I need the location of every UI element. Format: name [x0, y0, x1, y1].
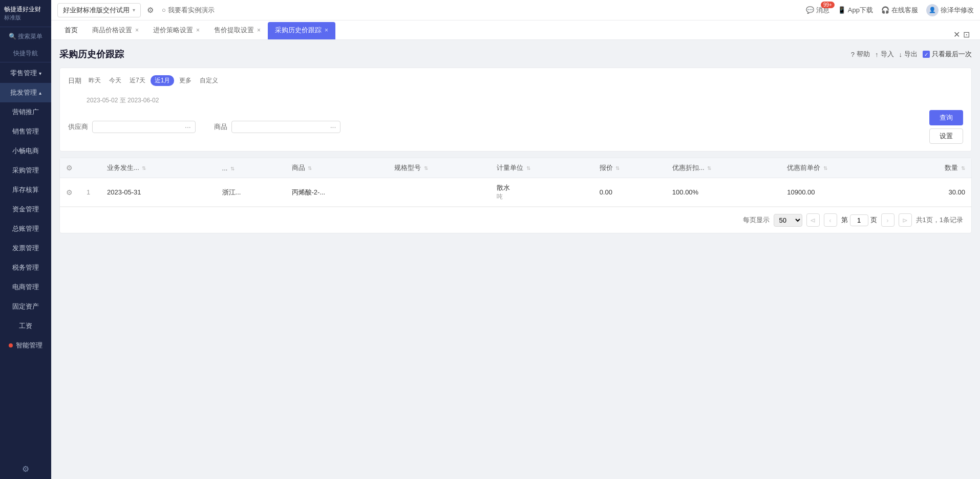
- col-unit: 计量单位 ⇅: [491, 158, 593, 178]
- online-service-button[interactable]: 🎧 在线客服: [881, 6, 918, 15]
- last-only-checkbox-label[interactable]: ✓ 只看最后一次: [923, 50, 972, 59]
- date-btn-today[interactable]: 今天: [106, 75, 124, 86]
- message-button[interactable]: 💬 消息 99+: [806, 6, 829, 15]
- supplier-input-wrap[interactable]: ···: [92, 121, 196, 133]
- cell-price: 0.00: [593, 178, 666, 207]
- sidebar-item-tax[interactable]: 税务管理: [0, 258, 51, 277]
- date-btn-more[interactable]: 更多: [176, 75, 195, 86]
- sort-icon[interactable]: ⇅: [424, 165, 428, 171]
- total-info: 共1页，1条记录: [916, 215, 963, 225]
- checkbox-checked-icon: ✓: [923, 51, 930, 58]
- tab-window-controls: ✕ ⊡: [949, 30, 974, 39]
- sort-icon[interactable]: ⇅: [823, 165, 827, 171]
- page-title: 采购历史价跟踪: [59, 48, 124, 60]
- sidebar-item-purchase[interactable]: 采购管理: [0, 161, 51, 180]
- sidebar-quicknav[interactable]: 快捷导航: [0, 46, 51, 61]
- product-input[interactable]: [236, 123, 328, 131]
- last-page-button[interactable]: ⊳: [899, 213, 912, 227]
- date-btn-1month[interactable]: 近1月: [151, 75, 175, 86]
- export-button[interactable]: ↓ 导出: [899, 50, 918, 59]
- cell-pre-discount: 10900.00: [781, 178, 898, 207]
- sort-icon[interactable]: ⇅: [142, 165, 146, 171]
- product-input-wrap[interactable]: ···: [231, 121, 341, 133]
- sidebar-item-ecommerce[interactable]: 电商管理: [0, 277, 51, 297]
- cell-unit: 散水 吨: [491, 178, 593, 207]
- help-icon: ?: [851, 51, 855, 58]
- date-btn-custom[interactable]: 自定义: [197, 75, 221, 86]
- sidebar-item-payroll[interactable]: 工资: [0, 316, 51, 336]
- sidebar-item-invoice[interactable]: 发票管理: [0, 238, 51, 258]
- supplier-label: 供应商: [68, 122, 88, 132]
- tab-home[interactable]: 首页: [57, 22, 85, 39]
- settings-icon[interactable]: ⚙: [22, 465, 29, 473]
- filter-row: 日期 昨天 今天 近7天 近1月 更多 自定义 2023-05-02 至 202…: [68, 75, 963, 105]
- query-button[interactable]: 查询: [929, 110, 963, 125]
- sidebar-item-ai[interactable]: 智能管理: [0, 336, 51, 355]
- sidebar-item-finance[interactable]: 资金管理: [0, 200, 51, 219]
- row-gear-icon[interactable]: ⚙: [66, 188, 73, 197]
- sidebar-item-wholesale[interactable]: 批发管理 ▴: [0, 83, 51, 102]
- sort-icon[interactable]: ⇅: [615, 165, 620, 171]
- edition-selector[interactable]: 好业财标准版交付试用 ▾: [57, 3, 141, 17]
- date-buttons: 昨天 今天 近7天 近1月 更多 自定义: [86, 75, 221, 86]
- close-icon[interactable]: ×: [257, 27, 261, 34]
- sort-icon[interactable]: ⇅: [308, 165, 312, 171]
- app-download-button[interactable]: 📱 App下载: [838, 6, 873, 15]
- sidebar-item-ledger[interactable]: 总账管理: [0, 219, 51, 238]
- col-gear: ⚙: [60, 158, 80, 178]
- tab-product-price[interactable]: 商品价格设置 ×: [85, 22, 146, 39]
- product-ellipsis-icon[interactable]: ···: [330, 123, 336, 131]
- page-input-wrap: 第 页: [841, 214, 877, 226]
- table-gear-icon[interactable]: ⚙: [66, 164, 73, 172]
- filter-settings-button[interactable]: 设置: [929, 128, 963, 144]
- sort-icon[interactable]: ⇅: [526, 165, 530, 171]
- sidebar-item-marketing[interactable]: 营销推广: [0, 102, 51, 122]
- page-number-input[interactable]: [850, 214, 868, 226]
- sidebar-item-ecommerce-small[interactable]: 小畅电商: [0, 141, 51, 161]
- prev-page-button[interactable]: ‹: [824, 213, 837, 227]
- close-icon[interactable]: ×: [196, 27, 200, 34]
- help-button[interactable]: ? 帮助: [851, 50, 870, 59]
- import-icon: ↑: [875, 51, 879, 58]
- cell-num: 1: [80, 178, 101, 207]
- sidebar-item-retail[interactable]: 零售管理 ▾: [0, 63, 51, 83]
- tab-bar: 首页 商品价格设置 × 进价策略设置 × 售价提取设置 × 采购历史价跟踪 × …: [51, 20, 980, 40]
- tab-purchase-strategy[interactable]: 进价策略设置 ×: [146, 22, 207, 39]
- export-icon: ↓: [899, 51, 903, 58]
- sidebar-search[interactable]: 🔍 搜索菜单: [0, 27, 51, 46]
- sort-icon[interactable]: ⇅: [707, 165, 711, 171]
- sidebar-item-sales[interactable]: 销售管理: [0, 122, 51, 141]
- sort-icon[interactable]: ⇅: [230, 166, 235, 171]
- import-button[interactable]: ↑ 导入: [875, 50, 894, 59]
- date-btn-yesterday[interactable]: 昨天: [86, 75, 104, 86]
- next-page-button[interactable]: ›: [881, 213, 894, 227]
- demo-link[interactable]: ○ 我要看实例演示: [162, 6, 215, 15]
- cell-discount: 100.00%: [666, 178, 781, 207]
- close-icon[interactable]: ×: [135, 27, 139, 34]
- expand-window-icon[interactable]: ⊡: [963, 30, 970, 39]
- cell-gear: ⚙: [60, 178, 80, 207]
- topbar-gear-icon[interactable]: ⚙: [147, 6, 154, 15]
- tab-purchase-history[interactable]: 采购历史价跟踪 ×: [268, 22, 335, 39]
- close-window-icon[interactable]: ✕: [953, 30, 960, 39]
- date-btn-7days[interactable]: 近7天: [126, 75, 148, 86]
- first-page-button[interactable]: ⊲: [806, 213, 820, 227]
- topbar-right: 💬 消息 99+ 📱 App下载 🎧 在线客服 👤 徐泽华修改: [806, 4, 974, 16]
- cell-extra: 浙江...: [216, 178, 286, 207]
- supplier-input[interactable]: [97, 123, 183, 131]
- col-date: 业务发生... ⇅: [101, 158, 216, 178]
- sidebar-bottom: ⚙: [0, 459, 51, 479]
- tab-price-extract[interactable]: 售价提取设置 ×: [207, 22, 268, 39]
- sidebar-item-assets[interactable]: 固定资产: [0, 297, 51, 316]
- sidebar-item-inventory[interactable]: 库存核算: [0, 180, 51, 200]
- date-range-display: 2023-05-02 至 2023-06-02: [87, 96, 963, 105]
- supplier-ellipsis-icon[interactable]: ···: [185, 123, 191, 131]
- user-menu-button[interactable]: 👤 徐泽华修改: [926, 4, 974, 16]
- sort-icon[interactable]: ⇅: [961, 165, 965, 171]
- filter-section: 日期 昨天 今天 近7天 近1月 更多 自定义 2023-05-02 至 202…: [59, 68, 972, 151]
- avatar: 👤: [926, 4, 939, 16]
- sidebar: 畅捷通好业财 标准版 🔍 搜索菜单 快捷导航 零售管理 ▾ 批发管理 ▴ 营销推…: [0, 0, 51, 479]
- per-page-select[interactable]: 20 50 100: [774, 214, 802, 227]
- close-icon[interactable]: ×: [325, 27, 328, 34]
- col-spec: 规格型号 ⇅: [388, 158, 491, 178]
